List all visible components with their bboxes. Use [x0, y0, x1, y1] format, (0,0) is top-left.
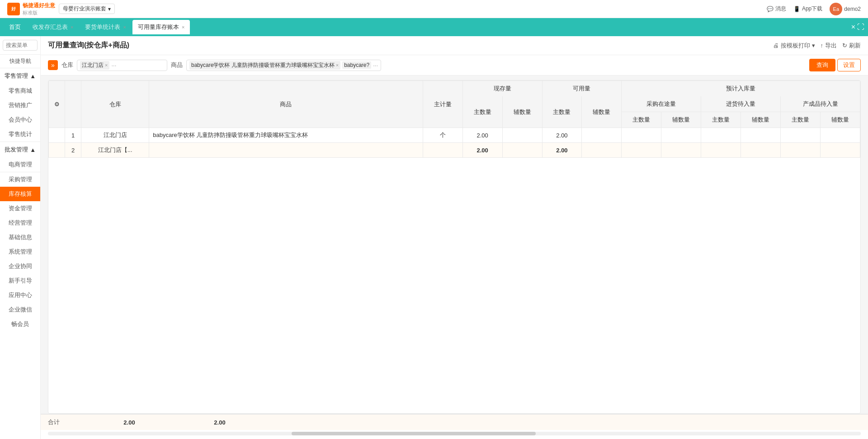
warehouse-filter-input[interactable]: 江北门店 × ··· [77, 60, 167, 71]
chevron-down-icon: ▾ [108, 6, 111, 12]
th-av-aux: 辅数量 [582, 96, 622, 128]
sidebar-item-enterprise-collab[interactable]: 企业协同 [0, 259, 40, 274]
export-btn[interactable]: ↑ 导出 [821, 42, 837, 50]
message-action[interactable]: 💬 消息 [767, 5, 786, 13]
chevron-print-icon: ▾ [812, 42, 815, 49]
filter-expand-btn[interactable]: » [48, 60, 58, 70]
td-idx-2: 2 [65, 143, 81, 158]
message-label: 消息 [775, 5, 786, 13]
industry-selector[interactable]: 母婴行业演示账套 ▾ [59, 4, 115, 14]
tab-available-stock[interactable]: 可用量库存账本 × [132, 20, 190, 34]
export-icon: ↑ [821, 42, 824, 49]
td-product-2 [149, 143, 423, 158]
td-unit-1: 个 [423, 128, 462, 143]
product-filter-input[interactable]: babycare学饮杯 儿童防摔防撞吸管杯重力球吸嘴杯宝宝水杯 × babyca… [186, 60, 381, 71]
sidebar-item-inventory[interactable]: 库存核算 [0, 187, 40, 201]
product-tag-babycare2: babycare? [342, 61, 371, 69]
summary-tab-label: 收发存汇总表 [33, 23, 68, 31]
td-pt-main-1 [622, 128, 661, 143]
available-stock-tab-label: 可用量库存账本 [138, 23, 179, 31]
td-av-aux-2 [582, 143, 622, 158]
product-filter-label: 商品 [171, 61, 183, 69]
close-order-stats-tab[interactable]: × [123, 24, 126, 30]
sidebar-item-finance[interactable]: 资金管理 [0, 201, 40, 216]
footer-cells: 2.00 2.00 [102, 419, 861, 426]
td-pt-aux-1 [661, 128, 701, 143]
close-summary-tab[interactable]: × [71, 24, 73, 30]
inventory-table: ⚙ 仓库 商品 主计量 现存量 可用量 预计入库量 主数量 辅数量 主数量 辅数… [48, 80, 860, 158]
table-row: 1 江北门店 babycare学饮杯 儿童防摔防撞吸管杯重力球吸嘴杯宝宝水杯 个… [49, 128, 860, 143]
sidebar-item-basic-info[interactable]: 基础信息 [0, 230, 40, 245]
td-ip-main-2 [701, 143, 741, 158]
th-pt-main: 主数量 [622, 112, 661, 128]
th-settings[interactable]: ⚙ [49, 81, 65, 128]
scroll-track[interactable] [48, 432, 861, 435]
td-fp-aux-2 [820, 143, 860, 158]
sidebar-item-retail-stats[interactable]: 零售统计 [0, 127, 40, 142]
td-ip-aux-1 [741, 128, 781, 143]
td-idx-1: 1 [65, 128, 81, 143]
tab-home[interactable]: 首页 [4, 20, 26, 34]
close-all-tabs[interactable]: × [851, 23, 855, 31]
print-icon: 🖨 [773, 42, 779, 49]
sidebar-item-app-center[interactable]: 应用中心 [0, 288, 40, 302]
close-available-stock-tab[interactable]: × [182, 24, 184, 30]
sidebar-item-member[interactable]: 畅会员 [0, 317, 40, 331]
th-pt-aux: 辅数量 [661, 112, 701, 128]
footer-total-label: 合计 [48, 418, 102, 426]
th-available: 可用量 [542, 81, 622, 97]
main-layout: 快捷导航 零售管理 ▲ 零售商城 营销推广 会员中心 零售统计 批发管理 ▲ 电… [0, 36, 868, 439]
sidebar-section-retail: 零售管理 ▲ 零售商城 营销推广 会员中心 零售统计 [0, 68, 40, 142]
product-tag-close[interactable]: × [336, 62, 339, 68]
sidebar-section-retail-header[interactable]: 零售管理 ▲ [0, 68, 40, 84]
scroll-thumb[interactable] [292, 432, 535, 435]
td-cs-aux-2 [502, 143, 542, 158]
sidebar-item-new-guide[interactable]: 新手引导 [0, 274, 40, 288]
td-warehouse-2: 江北门店【... [81, 143, 149, 158]
warehouse-tag-text: 江北门店 [82, 61, 104, 69]
tab-summary[interactable]: 收发存汇总表 × [27, 20, 79, 34]
app-download-action[interactable]: 📱 App下载 [793, 5, 822, 13]
warehouse-filter-label: 仓库 [61, 61, 73, 69]
sidebar-search-area [0, 36, 40, 55]
tab-order-stats[interactable]: 要货单统计表 × [80, 20, 131, 34]
td-cs-main-1: 2.00 [462, 128, 502, 143]
th-av-main: 主数量 [542, 96, 582, 128]
th-purchase-transit: 采购在途量 [622, 96, 701, 112]
sidebar-item-purchase[interactable]: 采购管理 [0, 172, 40, 187]
refresh-btn[interactable]: ↻ 刷新 [842, 42, 861, 50]
td-fp-main-2 [781, 143, 821, 158]
settings-btn[interactable]: 设置 [837, 59, 861, 71]
nav-tabs: 首页 收发存汇总表 × 要货单统计表 × 可用量库存账本 × × ⛶ [0, 18, 868, 36]
th-ip-main: 主数量 [701, 112, 741, 128]
sidebar-quick-nav[interactable]: 快捷导航 [0, 55, 40, 68]
sidebar-section-wholesale-header[interactable]: 批发管理 ▲ [0, 142, 40, 157]
sidebar-item-operations[interactable]: 经营管理 [0, 216, 40, 230]
logo-text: 畅捷通好生意 [23, 2, 55, 9]
refresh-icon: ↻ [842, 42, 847, 49]
sidebar-item-marketing[interactable]: 营销推广 [0, 98, 40, 113]
username-label: demo2 [844, 6, 861, 12]
th-cs-aux: 辅数量 [502, 96, 542, 128]
query-btn[interactable]: 查询 [809, 59, 835, 71]
sidebar-item-enterprise-wechat[interactable]: 企业微信 [0, 302, 40, 317]
user-area[interactable]: Ea demo2 [830, 3, 861, 15]
td-product-1: babycare学饮杯 儿童防摔防撞吸管杯重力球吸嘴杯宝宝水杯 [149, 128, 423, 143]
th-warehouse: 仓库 [81, 81, 149, 128]
template-print-btn[interactable]: 🖨 按模板打印 ▾ [773, 42, 815, 50]
sidebar-item-ecommerce[interactable]: 电商管理 [0, 157, 40, 172]
search-input[interactable] [3, 40, 38, 51]
sidebar-item-member-center[interactable]: 会员中心 [0, 113, 40, 127]
footer-cs-main: 2.00 [102, 419, 156, 426]
top-bar-left: 好 畅捷通好生意 标准版 母婴行业演示账套 ▾ [7, 2, 115, 16]
footer-av-aux [247, 419, 283, 426]
th-finished-pending: 产成品待入量 [781, 96, 860, 112]
td-cs-main-2: 2.00 [462, 143, 502, 158]
logo-sub: 标准版 [23, 9, 55, 16]
sidebar-item-retail-mall[interactable]: 零售商城 [0, 84, 40, 98]
expand-icon[interactable]: ⛶ [857, 23, 864, 31]
td-cs-aux-1 [502, 128, 542, 143]
warehouse-tag-close[interactable]: × [105, 62, 108, 68]
scrollbar-container [41, 430, 868, 439]
sidebar-item-system[interactable]: 系统管理 [0, 245, 40, 259]
